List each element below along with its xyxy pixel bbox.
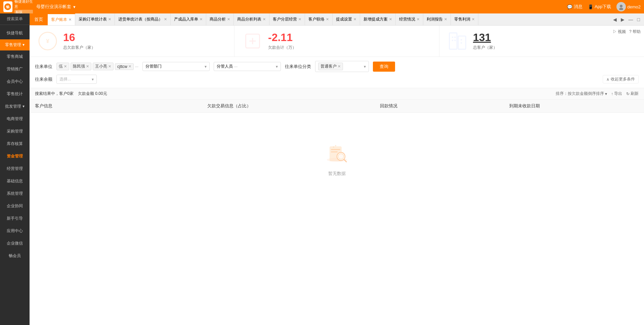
- sidebar-item-retail-mall[interactable]: 零售商城: [0, 50, 30, 63]
- tab-commission-setting[interactable]: 提成设置 ✕: [333, 13, 360, 26]
- sidebar-item-wholesale-mgmt[interactable]: 批发管理 ▾: [0, 100, 30, 113]
- video-icon: ▷: [613, 29, 617, 34]
- workspace-selector[interactable]: 母婴行业演示帐套 ▾: [36, 4, 76, 10]
- tab-business-status[interactable]: 经营情况 ✕: [396, 13, 423, 26]
- sidebar-item-ops-mgmt[interactable]: 经营管理: [0, 162, 30, 175]
- sidebar-item-inventory[interactable]: 库存核算: [0, 138, 30, 150]
- sidebar-item-purchase-mgmt[interactable]: 采购管理: [0, 125, 30, 138]
- person-filter-select[interactable]: 分管人员 ··· ▾: [214, 62, 281, 71]
- tab-retail-profit[interactable]: 零售利润 ✕: [451, 13, 478, 26]
- unit-category-tag-remove[interactable]: ✕: [338, 64, 341, 69]
- svg-rect-11: [452, 37, 453, 38]
- tab-product-analysis-list-close[interactable]: ✕: [263, 17, 266, 22]
- tab-retail-profit-close[interactable]: ✕: [472, 17, 475, 22]
- sidebar-item-retail-stats[interactable]: 零售统计: [0, 88, 30, 100]
- filter-tag-wang[interactable]: 王小亮 ✕: [93, 63, 114, 70]
- tag-wang-remove[interactable]: ✕: [108, 64, 111, 69]
- tab-new-commission[interactable]: 新增提成方案 ✕: [360, 13, 396, 26]
- collapse-label: 收起更多条件: [611, 76, 635, 82]
- tab-product-analysis-list[interactable]: 商品分析列表 ✕: [234, 13, 269, 26]
- more-tags-btn[interactable]: ···: [135, 64, 138, 69]
- tab-product-analysis[interactable]: 商品分析 ✕: [206, 13, 234, 26]
- sidebar-item-quick-nav[interactable]: 快捷导航: [0, 27, 30, 39]
- sidebar-item-app-center[interactable]: 应用中心: [0, 225, 30, 237]
- tab-product-analysis-close[interactable]: ✕: [227, 17, 230, 22]
- help-btn[interactable]: ? 帮助: [629, 29, 641, 35]
- tab-commission-setting-close[interactable]: ✕: [353, 17, 356, 22]
- refresh-button[interactable]: ↻ 刷新: [626, 91, 639, 97]
- sidebar-item-basic-info[interactable]: 基础信息: [0, 175, 30, 187]
- sidebar-item-enterprise-wechat[interactable]: 企业微信: [0, 237, 30, 250]
- tab-goods-purchase-stats[interactable]: 进货单统计表（按商品） ✕: [115, 13, 171, 26]
- sort-button[interactable]: 排序：按欠款金额倒序排序 ▾: [556, 91, 607, 97]
- tab-customer-contact[interactable]: 客户联络 ✕: [305, 13, 333, 26]
- tab-customer-account[interactable]: 客户账本 ✕: [48, 13, 75, 26]
- tab-business-status-close[interactable]: ✕: [417, 17, 420, 22]
- col-customer-header: 客户信息: [35, 103, 207, 109]
- tab-scroll-right[interactable]: ▶: [619, 16, 626, 23]
- ecom-mgmt-label: 电商管理: [7, 116, 23, 121]
- collapse-button[interactable]: ∧ 收起更多条件: [603, 75, 639, 83]
- tab-product-inbound-close[interactable]: ✕: [200, 17, 203, 22]
- tag-wu-remove[interactable]: ✕: [64, 64, 67, 69]
- filter-tag-cjttcw[interactable]: cjttcw ✕: [115, 63, 134, 70]
- tab-profit-report[interactable]: 利润报告 ✕: [423, 13, 451, 26]
- refresh-icon: ↻: [626, 92, 630, 96]
- sidebar-item-member-center[interactable]: 会员中心: [0, 75, 30, 88]
- tab-minimize[interactable]: —: [627, 16, 635, 23]
- unit-category-filter-select[interactable]: 普通客户 ✕ ▾: [315, 61, 369, 72]
- tab-customer-layer-close[interactable]: ✕: [298, 17, 301, 22]
- user-avatar[interactable]: demo2: [616, 2, 641, 11]
- app-download-button[interactable]: 📱 App下载: [588, 4, 611, 10]
- sidebar-item-sys-mgmt[interactable]: 系统管理: [0, 187, 30, 200]
- sidebar-item-ecom-mgmt[interactable]: 电商管理: [0, 113, 30, 125]
- export-button[interactable]: ↑ 导出: [611, 91, 622, 97]
- svg-point-2: [620, 5, 622, 7]
- tag-wang-label: 王小亮: [95, 64, 107, 69]
- sidebar-item-retail-mgmt[interactable]: 零售管理 ▾: [0, 39, 30, 50]
- refresh-label: 刷新: [631, 91, 639, 97]
- ops-mgmt-label: 经营管理: [7, 166, 23, 171]
- total-customers-value: 131: [473, 32, 497, 43]
- logo-text: 畅捷通好生意: [14, 0, 33, 9]
- tab-home[interactable]: 首页: [30, 13, 48, 26]
- sidebar-item-marketing[interactable]: 营销推广: [0, 63, 30, 75]
- video-label: 视频: [618, 29, 626, 34]
- tab-maximize[interactable]: □: [636, 16, 641, 23]
- credit-customers-value: 16: [63, 32, 95, 43]
- tab-product-inbound[interactable]: 产成品入库单 ✕: [171, 13, 206, 26]
- tab-goods-purchase-close[interactable]: ✕: [164, 17, 167, 22]
- video-btn[interactable]: ▷ 视频: [613, 29, 626, 35]
- dept-filter-select[interactable]: 分管部门 ▾: [142, 62, 210, 71]
- col-repayment-header: 回款情况: [380, 103, 509, 109]
- tab-scroll-left[interactable]: ◀: [612, 16, 618, 23]
- query-button[interactable]: 查询: [373, 62, 395, 72]
- tab-customer-layer[interactable]: 客户分层经营 ✕: [269, 13, 305, 26]
- dept-dropdown-arrow: ▾: [205, 64, 207, 69]
- tab-purchase-close[interactable]: ✕: [108, 17, 111, 22]
- logo-area: 畅 畅捷通好生意 标版: [3, 0, 33, 14]
- tag-cjttcw-remove[interactable]: ✕: [128, 64, 131, 69]
- sidebar-item-chang-member[interactable]: 畅会员: [0, 250, 30, 262]
- tab-customer-contact-close[interactable]: ✕: [326, 17, 329, 22]
- tab-profit-report-close[interactable]: ✕: [444, 17, 447, 22]
- filter-tag-chen[interactable]: 陈民强 ✕: [71, 63, 91, 70]
- balance-filter-placeholder: 选择...: [59, 76, 71, 82]
- stat-credit-customers: ¥ 16 总欠款客户（家）: [30, 26, 234, 57]
- person-filter-label: 分管人员: [217, 64, 233, 69]
- message-button[interactable]: 💬 消息: [567, 4, 583, 10]
- sidebar-item-enterprise-collab[interactable]: 企业协同: [0, 200, 30, 212]
- sidebar-search[interactable]: 搜索菜单: [0, 13, 30, 25]
- svg-rect-9: [449, 33, 457, 49]
- sidebar-item-new-guide[interactable]: 新手引导: [0, 212, 30, 225]
- tab-customer-account-close[interactable]: ✕: [69, 17, 72, 22]
- filter-tag-wu[interactable]: 伍 ✕: [56, 63, 69, 70]
- balance-filter-select[interactable]: 选择... ▾: [56, 75, 97, 84]
- tab-purchase-order-stats[interactable]: 采购订单统计表 ✕: [75, 13, 115, 26]
- sidebar-item-finance-mgmt[interactable]: 资金管理: [0, 150, 30, 162]
- tag-chen-remove[interactable]: ✕: [86, 64, 89, 69]
- tab-new-commission-close[interactable]: ✕: [389, 17, 392, 22]
- tag-chen-label: 陈民强: [73, 64, 85, 69]
- credit-customers-label: 总欠款客户（家）: [63, 45, 95, 50]
- search-menu-label: 搜索菜单: [2, 16, 28, 22]
